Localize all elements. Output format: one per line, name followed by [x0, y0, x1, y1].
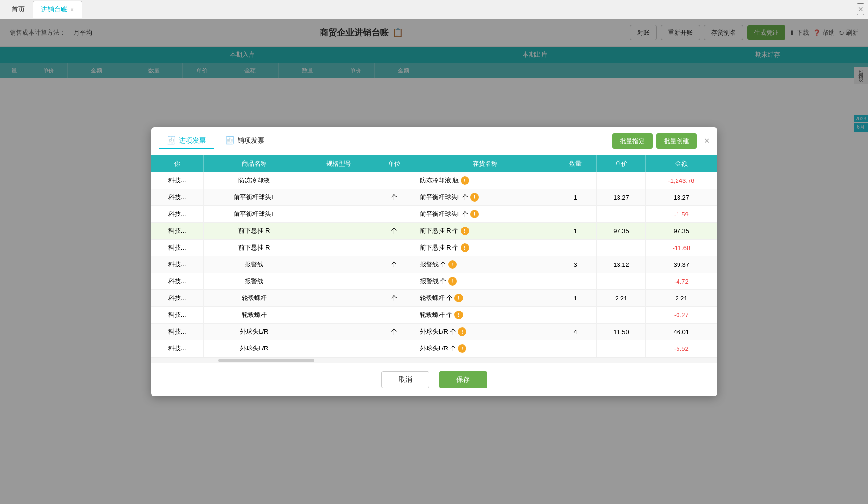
modal-header: 🧾 进项发票 🧾 销项发票 批量指定 批量创建 ×: [151, 127, 717, 155]
cell-unit: [373, 172, 416, 189]
table-row[interactable]: 科技...前平衡杆球头L个前平衡杆球头L 个 !113.2713.27: [151, 189, 717, 206]
cell-spec: [305, 340, 373, 357]
cell-supplier: 科技...: [151, 324, 204, 340]
table-row[interactable]: 科技...前下悬挂 R个前下悬挂 R 个 !197.3597.35: [151, 223, 717, 240]
cell-unit-price: 2.21: [596, 290, 645, 307]
cell-amount: -4.72: [646, 273, 717, 290]
cell-unit: 个: [373, 256, 416, 273]
table-header-row: 你 商品名称 规格型号 单位 存货名称 数量 单价 金额: [151, 155, 717, 172]
table-row[interactable]: 科技...外球头L/R个外球头L/R 个 !411.5046.01: [151, 324, 717, 340]
batch-assign-button[interactable]: 批量指定: [612, 133, 653, 149]
cell-unit-price: 11.50: [596, 324, 645, 340]
cell-spec: [305, 206, 373, 223]
cell-quantity: [554, 273, 597, 290]
warning-icon: !: [470, 193, 479, 202]
cell-amount: -1,243.76: [646, 172, 717, 189]
warning-icon: !: [458, 344, 466, 353]
modal-dialog: 🧾 进项发票 🧾 销项发票 批量指定 批量创建 ×: [151, 127, 717, 396]
sales-invoice-label: 销项发票: [238, 136, 264, 145]
modal-table-wrapper: 你 商品名称 规格型号 单位 存货名称 数量 单价 金额 科技...防冻冷却液防…: [151, 155, 717, 357]
cell-supplier: 科技...: [151, 206, 204, 223]
warning-icon: !: [461, 227, 469, 235]
cell-spec: [305, 324, 373, 340]
cell-quantity: [554, 340, 597, 357]
cell-product-name: 防冻冷却液: [203, 172, 305, 189]
cell-product-name: 前下悬挂 R: [203, 240, 305, 256]
table-scrollbar[interactable]: [151, 357, 717, 363]
cell-product-name: 前下悬挂 R: [203, 223, 305, 240]
cell-product-name: 外球头L/R: [203, 340, 305, 357]
cell-stock-name: 外球头L/R 个 !: [416, 324, 554, 340]
cell-stock-name: 报警线 个 !: [416, 256, 554, 273]
window-close-button[interactable]: ×: [857, 3, 864, 15]
tab-active[interactable]: 进销台账 ×: [33, 1, 82, 18]
table-row[interactable]: 科技...轮毂螺杆轮毂螺杆 个 !-0.27: [151, 307, 717, 324]
th-amount: 金额: [646, 155, 717, 172]
th-spec: 规格型号: [305, 155, 373, 172]
table-row[interactable]: 科技...报警线个报警线 个 !313.1239.37: [151, 256, 717, 273]
cell-unit: 个: [373, 324, 416, 340]
cell-spec: [305, 290, 373, 307]
cell-amount: 97.35: [646, 223, 717, 240]
cell-unit: [373, 340, 416, 357]
cell-unit: 个: [373, 189, 416, 206]
cell-unit-price: [596, 240, 645, 256]
warning-icon: !: [454, 294, 463, 302]
cell-supplier: 科技...: [151, 307, 204, 324]
table-row[interactable]: 科技...轮毂螺杆个轮毂螺杆 个 !12.212.21: [151, 290, 717, 307]
cell-quantity: [554, 172, 597, 189]
cell-unit: 个: [373, 290, 416, 307]
cell-amount: -1.59: [646, 206, 717, 223]
purchase-invoice-icon: 🧾: [166, 136, 176, 145]
tab-bar: 首页 进销台账 × ×: [0, 0, 868, 19]
cell-supplier: 科技...: [151, 273, 204, 290]
cell-stock-name: 前平衡杆球头L 个 !: [416, 206, 554, 223]
purchase-invoice-label: 进项发票: [179, 136, 206, 145]
scrollbar-thumb[interactable]: [218, 359, 314, 362]
cancel-button[interactable]: 取消: [381, 371, 429, 388]
table-row[interactable]: 科技...防冻冷却液防冻冷却液 瓶 !-1,243.76: [151, 172, 717, 189]
cell-stock-name: 前下悬挂 R 个 !: [416, 223, 554, 240]
cell-stock-name: 轮毂螺杆 个 !: [416, 290, 554, 307]
cell-quantity: 1: [554, 189, 597, 206]
cell-unit-price: 13.27: [596, 189, 645, 206]
cell-quantity: 1: [554, 223, 597, 240]
batch-create-button[interactable]: 批量创建: [656, 133, 697, 149]
cell-supplier: 科技...: [151, 189, 204, 206]
cell-stock-name: 外球头L/R 个 !: [416, 340, 554, 357]
cell-quantity: [554, 307, 597, 324]
cell-spec: [305, 172, 373, 189]
invoice-table: 你 商品名称 规格型号 单位 存货名称 数量 单价 金额 科技...防冻冷却液防…: [151, 155, 717, 357]
cell-unit-price: 97.35: [596, 223, 645, 240]
tab-purchase-invoice[interactable]: 🧾 进项发票: [159, 133, 214, 149]
save-button[interactable]: 保存: [439, 371, 487, 388]
cell-unit: [373, 273, 416, 290]
cell-stock-name: 前平衡杆球头L 个 !: [416, 189, 554, 206]
cell-product-name: 报警线: [203, 273, 305, 290]
cell-quantity: [554, 240, 597, 256]
cell-unit-price: 13.12: [596, 256, 645, 273]
cell-unit: [373, 307, 416, 324]
tab-home[interactable]: 首页: [4, 1, 33, 18]
cell-amount: -5.52: [646, 340, 717, 357]
tab-sales-invoice[interactable]: 🧾 销项发票: [217, 133, 272, 149]
th-product-name: 商品名称: [203, 155, 305, 172]
cell-quantity: 3: [554, 256, 597, 273]
table-row[interactable]: 科技...报警线报警线 个 !-4.72: [151, 273, 717, 290]
modal-close-button[interactable]: ×: [704, 133, 710, 149]
cell-spec: [305, 240, 373, 256]
tab-close-icon[interactable]: ×: [71, 6, 74, 13]
cell-product-name: 前平衡杆球头L: [203, 206, 305, 223]
cell-amount: 13.27: [646, 189, 717, 206]
cell-product-name: 前平衡杆球头L: [203, 189, 305, 206]
cell-stock-name: 报警线 个 !: [416, 273, 554, 290]
tab-active-label: 进销台账: [41, 5, 68, 14]
cell-unit-price: [596, 172, 645, 189]
cell-stock-name: 防冻冷却液 瓶 !: [416, 172, 554, 189]
table-row[interactable]: 科技...前平衡杆球头L前平衡杆球头L 个 !-1.59: [151, 206, 717, 223]
table-row[interactable]: 科技...外球头L/R外球头L/R 个 !-5.52: [151, 340, 717, 357]
table-row[interactable]: 科技...前下悬挂 R前下悬挂 R 个 !-11.68: [151, 240, 717, 256]
modal-footer: 取消 保存: [151, 363, 717, 396]
cell-supplier: 科技...: [151, 340, 204, 357]
warning-icon: !: [461, 176, 469, 185]
